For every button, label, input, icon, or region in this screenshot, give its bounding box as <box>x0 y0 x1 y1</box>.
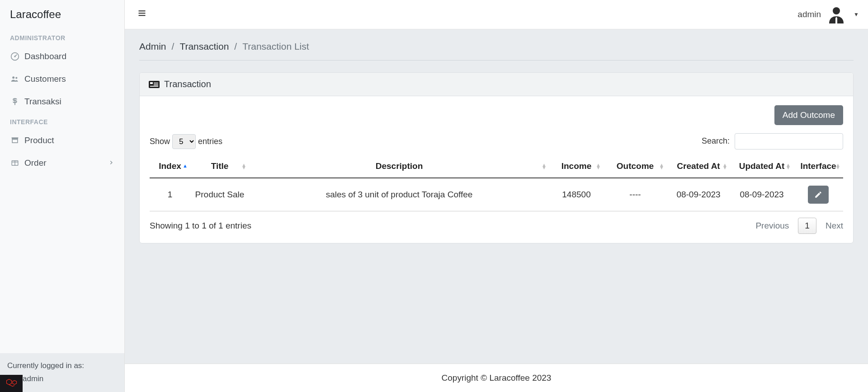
col-description[interactable]: Description▲▼ <box>249 155 549 178</box>
col-index[interactable]: Index ▲ <box>150 155 190 178</box>
col-updated-at[interactable]: Updated At▲▼ <box>730 155 793 178</box>
sidebar-item-label: Dashboard <box>24 51 66 61</box>
card-header: Transaction <box>140 73 853 96</box>
pagination-next[interactable]: Next <box>826 221 843 231</box>
transaction-table: Index ▲ Title▲▼ Description▲▼ Income▲▼ O… <box>150 155 843 211</box>
sort-icon: ▲▼ <box>722 164 727 169</box>
tachometer-icon <box>10 51 20 61</box>
cell-index: 1 <box>150 178 190 211</box>
pagination-page-1[interactable]: 1 <box>798 218 816 234</box>
svg-point-3 <box>12 76 14 79</box>
logged-in-user: admin <box>7 373 117 386</box>
content: Admin / Transaction / Transaction List T… <box>125 29 868 364</box>
chevron-right-icon <box>108 158 114 168</box>
sidebar-item-dashboard[interactable]: Dashboard <box>0 45 124 68</box>
sidebar-item-label: Customers <box>24 74 66 84</box>
sidebar: Laracoffee ADMINISTRATOR Dashboard Custo… <box>0 0 125 392</box>
search-control: Search: <box>702 133 843 149</box>
breadcrumb-sep: / <box>172 41 175 52</box>
sidebar-item-label: Order <box>24 158 47 168</box>
cell-outcome: ---- <box>604 178 667 211</box>
brand-title[interactable]: Laracoffee <box>0 0 124 29</box>
svg-rect-9 <box>139 10 146 11</box>
user-name: admin <box>797 9 821 19</box>
cell-income: 148500 <box>549 178 604 211</box>
cell-updated-at: 08-09-2023 <box>730 178 793 211</box>
col-interface[interactable]: Interface▲▼ <box>793 155 843 178</box>
nav-section-interface: INTERFACE <box>0 113 124 129</box>
col-outcome[interactable]: Outcome▲▼ <box>604 155 667 178</box>
show-label: Show <box>150 137 170 146</box>
table-controls: Show 5 entries Search: <box>150 133 843 149</box>
sidebar-item-customers[interactable]: Customers <box>0 68 124 90</box>
pencil-icon <box>814 191 822 199</box>
logged-in-label: Currently logged in as: <box>7 359 117 373</box>
add-outcome-button[interactable]: Add Outcome <box>774 105 843 125</box>
sort-icon: ▲▼ <box>786 164 791 169</box>
pagination: Previous 1 Next <box>755 218 843 234</box>
users-icon <box>10 74 20 84</box>
sort-icon: ▲▼ <box>241 164 246 169</box>
svg-rect-13 <box>835 18 837 23</box>
laravel-icon <box>5 378 18 388</box>
user-menu[interactable]: admin ▼ <box>797 5 859 23</box>
search-input[interactable] <box>735 133 843 149</box>
sidebar-item-transaksi[interactable]: Transaksi <box>0 90 124 113</box>
sort-icon: ▲ <box>183 165 188 168</box>
breadcrumb: Admin / Transaction / Transaction List <box>139 41 854 61</box>
table-footer: Showing 1 to 1 of 1 entries Previous 1 N… <box>150 218 843 234</box>
footer: Copyright © Laracoffee 2023 <box>125 364 868 392</box>
length-control: Show 5 entries <box>150 134 222 149</box>
svg-rect-16 <box>150 82 153 84</box>
dollar-icon <box>10 97 20 107</box>
sidebar-footer: Currently logged in as: admin <box>0 353 124 392</box>
breadcrumb-mid[interactable]: Transaction <box>179 41 229 52</box>
edit-button[interactable] <box>808 186 829 204</box>
cell-interface <box>793 178 843 211</box>
store-icon <box>10 135 20 145</box>
avatar <box>827 5 845 23</box>
entries-label: entries <box>198 137 222 146</box>
nav-section-administrator: ADMINISTRATOR <box>0 29 124 45</box>
svg-rect-19 <box>150 86 158 87</box>
sidebar-item-order[interactable]: Order <box>0 152 124 174</box>
breadcrumb-leaf: Transaction List <box>242 41 309 52</box>
sort-icon: ▲▼ <box>596 164 601 169</box>
cell-created-at: 08-09-2023 <box>667 178 730 211</box>
main-area: admin ▼ Admin / Transaction / Transactio… <box>125 0 868 392</box>
table-row: 1 Product Sale sales of 3 unit of produc… <box>150 178 843 211</box>
cell-description: sales of 3 unit of product Toraja Coffee <box>249 178 549 211</box>
svg-rect-5 <box>12 140 18 143</box>
sort-icon: ▲▼ <box>542 164 547 169</box>
col-created-at[interactable]: Created At▲▼ <box>667 155 730 178</box>
columns-icon <box>10 158 20 168</box>
col-income[interactable]: Income▲▼ <box>549 155 604 178</box>
sidebar-item-label: Transaksi <box>24 97 61 107</box>
svg-rect-18 <box>154 84 158 85</box>
pagination-prev[interactable]: Previous <box>755 221 789 231</box>
menu-toggle-icon[interactable] <box>134 7 150 22</box>
svg-point-12 <box>833 7 840 14</box>
svg-rect-17 <box>154 83 158 84</box>
svg-rect-10 <box>139 13 146 14</box>
table-info: Showing 1 to 1 of 1 entries <box>150 221 251 231</box>
sort-icon: ▲▼ <box>659 164 664 169</box>
card-body: Add Outcome Show 5 entries Search: <box>140 96 853 243</box>
sidebar-item-product[interactable]: Product <box>0 129 124 152</box>
breadcrumb-root[interactable]: Admin <box>139 41 166 52</box>
money-check-icon <box>149 81 160 88</box>
svg-line-2 <box>15 55 17 56</box>
caret-down-icon: ▼ <box>854 11 859 18</box>
col-title[interactable]: Title▲▼ <box>190 155 249 178</box>
sidebar-item-label: Product <box>24 135 54 145</box>
page-size-select[interactable]: 5 <box>172 134 196 149</box>
search-label: Search: <box>702 136 730 145</box>
card-title: Transaction <box>164 79 211 89</box>
transaction-card: Transaction Add Outcome Show 5 entries <box>139 72 854 243</box>
svg-point-4 <box>15 77 17 79</box>
cell-title: Product Sale <box>190 178 249 211</box>
sort-icon: ▲▼ <box>835 164 840 169</box>
laravel-badge[interactable] <box>0 375 23 392</box>
svg-rect-11 <box>139 15 146 16</box>
breadcrumb-sep: / <box>234 41 237 52</box>
